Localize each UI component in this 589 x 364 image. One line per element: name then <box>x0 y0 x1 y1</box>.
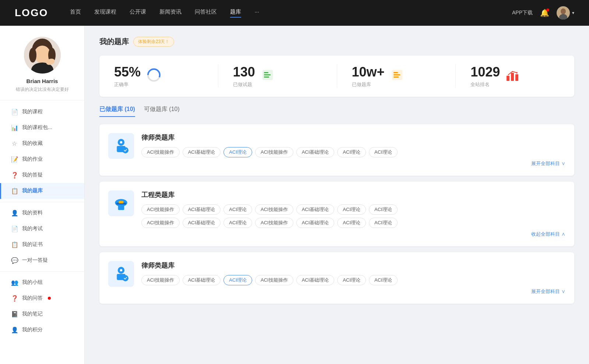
svg-rect-21 <box>511 73 514 81</box>
stat-done-questions-icon <box>261 68 274 84</box>
qbank-card-lawyer-2: 律师类题库 ACI技能操作 ACI基础理论 ACI理论 ACI技能操作 ACI基… <box>99 252 574 304</box>
nav-home[interactable]: 首页 <box>70 8 81 18</box>
expand-lawyer-2[interactable]: 展开全部科目 ∨ <box>141 288 565 295</box>
nav-more[interactable]: ··· <box>254 8 259 18</box>
logo: LOGO <box>15 7 48 19</box>
stat-accuracy-value: 55% <box>114 64 141 80</box>
sidebar-item-course-pkg[interactable]: 📊 我的课程包... <box>0 120 84 136</box>
tag[interactable]: ACI技能操作 <box>141 275 180 285</box>
tag[interactable]: ACI理论 <box>223 204 252 215</box>
homework-icon: 📝 <box>11 156 18 163</box>
sidebar-item-course[interactable]: 📄 我的课程 <box>0 104 84 120</box>
stat-done-questions: 130 已做试题 <box>218 64 337 88</box>
expand-engineer[interactable]: 收起全部科目 ∧ <box>141 231 565 238</box>
sidebar-item-notes[interactable]: 📓 我的笔记 <box>0 306 84 322</box>
cert-icon: 📋 <box>11 241 18 248</box>
svg-rect-30 <box>119 201 123 203</box>
sidebar-item-myqa[interactable]: ❓ 我的问答 <box>0 290 84 306</box>
avatar <box>557 6 570 19</box>
nav-qa[interactable]: 问答社区 <box>195 8 217 18</box>
svg-rect-20 <box>507 76 509 81</box>
tag[interactable]: ACI基础理论 <box>183 275 221 285</box>
stat-ranking-icon <box>506 68 519 84</box>
tag[interactable]: ACI理论 <box>369 218 398 228</box>
tag[interactable]: ACI技能操作 <box>255 218 293 228</box>
sidebar: Brian Harris 错误的决定比没有决定要好 📄 我的课程 📊 我的课程包… <box>0 26 85 364</box>
tag[interactable]: ACI基础理论 <box>296 147 335 157</box>
tag[interactable]: ACI理论 <box>369 275 398 285</box>
sidebar-item-group[interactable]: 👥 我的小组 <box>0 275 84 290</box>
course-icon: 📄 <box>11 108 18 115</box>
qbank-icon: 📋 <box>11 188 18 195</box>
sidebar-item-qbank[interactable]: 📋 我的题库 <box>0 183 84 199</box>
sidebar-item-exam[interactable]: 📄 我的考试 <box>0 221 84 237</box>
sidebar-menu: 📄 我的课程 📊 我的课程包... ☆ 我的收藏 📝 我的作业 ❓ 我的答疑 📋 <box>0 100 84 342</box>
sidebar-item-qa[interactable]: ❓ 我的答疑 <box>0 167 84 183</box>
tag[interactable]: ACI理论 <box>337 218 366 228</box>
user-avatar-area[interactable]: ▾ <box>557 6 574 19</box>
tag[interactable]: ACI理论 <box>337 147 366 157</box>
svg-point-27 <box>122 147 128 153</box>
stat-accuracy: 55% 正确率 <box>99 64 218 88</box>
tag[interactable]: ACI理论 <box>369 147 398 157</box>
qbank-icon-lawyer-2 <box>108 261 134 287</box>
notification-bell-icon[interactable]: 🔔 <box>540 8 549 17</box>
svg-rect-13 <box>264 72 268 73</box>
tab-done[interactable]: 已做题库 (10) <box>99 106 135 117</box>
nav-news[interactable]: 新闻资讯 <box>159 8 181 18</box>
sidebar-item-one-one[interactable]: 💬 一对一答疑 <box>0 253 84 268</box>
stat-done-questions-label: 已做试题 <box>233 81 255 88</box>
tag[interactable]: ACI理论 <box>223 218 252 228</box>
profile-motto: 错误的决定比没有决定要好 <box>7 86 77 93</box>
tag[interactable]: ACI理论 <box>223 275 252 285</box>
sidebar-item-points[interactable]: 👤 我的积分 <box>0 322 84 338</box>
tag[interactable]: ACI技能操作 <box>255 275 293 285</box>
stat-ranking-label: 全站排名 <box>470 81 500 88</box>
tag[interactable]: ACI基础理论 <box>296 218 335 228</box>
tag[interactable]: ACI理论 <box>337 275 366 285</box>
sidebar-item-cert[interactable]: 📋 我的证书 <box>0 237 84 253</box>
exam-icon: 📄 <box>11 225 18 232</box>
svg-rect-14 <box>264 74 271 75</box>
nav-qbank[interactable]: 题库 <box>230 8 241 18</box>
tag[interactable]: ACI技能操作 <box>255 204 293 215</box>
tag[interactable]: ACI技能操作 <box>141 147 180 157</box>
app-download-button[interactable]: APP下载 <box>512 10 533 16</box>
svg-point-35 <box>122 275 128 281</box>
svg-rect-17 <box>394 72 398 73</box>
svg-rect-15 <box>264 76 269 78</box>
tag[interactable]: ACI理论 <box>223 147 252 157</box>
nav-discover[interactable]: 发现课程 <box>94 8 116 18</box>
tag[interactable]: ACI理论 <box>337 204 366 215</box>
profile-icon: 👤 <box>11 210 18 217</box>
sidebar-item-homework[interactable]: 📝 我的作业 <box>0 151 84 167</box>
tag[interactable]: ACI基础理论 <box>183 204 221 215</box>
page-header: 我的题库 体验剩余23天！ <box>99 37 574 47</box>
tag[interactable]: ACI基础理论 <box>183 218 221 228</box>
course-pkg-icon: 📊 <box>11 124 18 131</box>
tag[interactable]: ACI基础理论 <box>296 204 335 215</box>
tag[interactable]: ACI基础理论 <box>183 147 221 157</box>
tag[interactable]: ACI技能操作 <box>141 204 180 215</box>
tag[interactable]: ACI基础理论 <box>296 275 335 285</box>
myqa-dot <box>48 297 51 300</box>
tag[interactable]: ACI理论 <box>369 204 398 215</box>
tag[interactable]: ACI技能操作 <box>141 218 180 228</box>
nav-open-course[interactable]: 公开课 <box>130 8 146 18</box>
sidebar-item-favorites[interactable]: ☆ 我的收藏 <box>0 136 84 151</box>
tab-todo[interactable]: 可做题库 (10) <box>144 106 180 117</box>
expand-lawyer-1[interactable]: 展开全部科目 ∨ <box>141 160 565 167</box>
qbank-title-lawyer-2: 律师类题库 <box>141 261 565 270</box>
qbank-title-lawyer-1: 律师类题库 <box>141 133 565 142</box>
stat-ranking: 1029 全站排名 <box>456 64 574 88</box>
layout: Brian Harris 错误的决定比没有决定要好 📄 我的课程 📊 我的课程包… <box>0 26 589 364</box>
sidebar-item-profile[interactable]: 👤 我的资料 <box>0 205 84 221</box>
tag[interactable]: ACI技能操作 <box>255 147 293 157</box>
profile-name: Brian Harris <box>7 78 77 84</box>
svg-rect-19 <box>394 76 399 78</box>
notes-icon: 📓 <box>11 311 18 318</box>
profile-avatar <box>24 37 61 74</box>
tags-row-engineer-2: ACI技能操作 ACI基础理论 ACI理论 ACI技能操作 ACI基础理论 AC… <box>141 218 565 228</box>
stat-done-banks-icon <box>391 68 404 84</box>
tags-row-lawyer-1: ACI技能操作 ACI基础理论 ACI理论 ACI技能操作 ACI基础理论 AC… <box>141 147 565 157</box>
